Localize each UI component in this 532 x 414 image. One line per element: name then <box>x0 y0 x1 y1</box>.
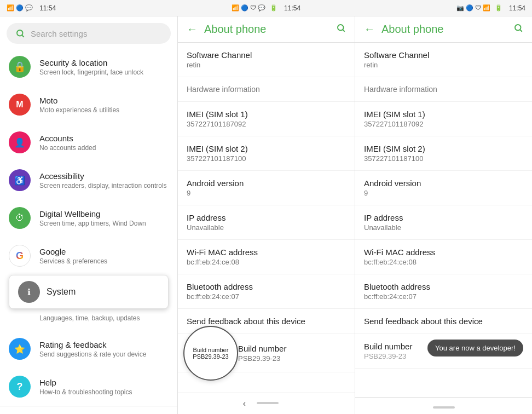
digital-icon: ⏱ <box>9 207 31 229</box>
developer-toast: You are now a developer! <box>427 340 523 357</box>
moto-icon: M <box>9 94 31 116</box>
about-panel-2: ← About phone Software Channel retin Har… <box>355 16 532 414</box>
status-right: 📷 🔵 🛡 📶 🔋 11:54 <box>352 4 525 12</box>
about-item-software-channel[interactable]: Software Channel retin <box>178 43 355 77</box>
status-battery-2: 🔋 <box>495 4 502 12</box>
ip-value-2: Unavailable <box>364 223 523 232</box>
search-button-2[interactable] <box>513 23 523 36</box>
back-button-1[interactable]: ← <box>187 23 198 36</box>
accessibility-subtitle: Screen readers, display, interaction con… <box>39 182 167 189</box>
security-icon: 🔒 <box>9 56 31 78</box>
about-item-imei1[interactable]: IMEI (SIM slot 1) 357227101187092 <box>178 102 355 136</box>
build-circle-value: PSB29.39-23 <box>193 353 228 360</box>
software-channel-title-2: Software Channel <box>364 50 523 60</box>
imei1-title: IMEI (SIM slot 1) <box>187 110 346 119</box>
android-version-title: Android version <box>187 179 346 188</box>
about-back-nav-1[interactable]: ‹ <box>243 399 246 409</box>
about-item-imei1-2[interactable]: IMEI (SIM slot 1) 357227101187092 <box>355 102 532 136</box>
digital-subtitle: Screen time, app timers, Wind Down <box>39 220 146 227</box>
bottom-nav: ‹ <box>0 406 177 414</box>
about-item-imei2-2[interactable]: IMEI (SIM slot 2) 357227101187100 <box>355 136 532 171</box>
bluetooth-title: Bluetooth address <box>187 282 346 291</box>
imei2-value: 357227101187100 <box>187 154 346 163</box>
ip-title: IP address <box>187 213 346 222</box>
settings-item-google[interactable]: G Google Services & preferences <box>0 237 177 275</box>
svg-line-5 <box>520 30 522 31</box>
settings-item-rating[interactable]: ⭐ Rating & feedback Send suggestions & r… <box>0 330 177 368</box>
imei1-value-2: 357227101187092 <box>364 120 523 128</box>
accounts-icon: 👤 <box>9 131 31 153</box>
settings-item-digital[interactable]: ⏱ Digital Wellbeing Screen time, app tim… <box>0 199 177 237</box>
status-icon-2: 📶 🔵 🛡 💬 <box>232 4 265 12</box>
search-button-1[interactable] <box>336 23 346 36</box>
android-version-value-2: 9 <box>364 189 523 197</box>
moto-title: Moto <box>39 96 119 105</box>
svg-point-0 <box>17 30 23 36</box>
about-item-wifi[interactable]: Wi-Fi MAC address bc:ff:eb:24:ce:08 <box>178 240 355 274</box>
security-title: Security & location <box>39 58 143 67</box>
status-icon-1: 📶 🔵 💬 <box>7 4 33 12</box>
google-title: Google <box>39 247 107 256</box>
security-subtitle: Screen lock, fingerprint, face unlock <box>39 68 143 76</box>
imei1-title-2: IMEI (SIM slot 1) <box>364 110 523 119</box>
about-item-feedback-2[interactable]: Send feedback about this device <box>355 309 532 334</box>
about-item-build[interactable]: Build number PSB29.39-23 Build number PS… <box>178 334 355 372</box>
status-left: 📶 🔵 💬 11:54 <box>7 4 180 12</box>
status-time-1: 11:54 <box>39 4 56 12</box>
hardware-info-title: Hardware information <box>187 85 346 94</box>
about-header-1: ← About phone <box>178 16 355 43</box>
about-item-wifi-2[interactable]: Wi-Fi MAC address bc:ff:eb:24:ce:08 <box>355 240 532 274</box>
bluetooth-value-2: bc:ff:eb:24:ce:07 <box>364 292 523 301</box>
settings-panel: Search settings 🔒 Security & location Sc… <box>0 16 178 414</box>
main-layout: Search settings 🔒 Security & location Sc… <box>0 16 532 414</box>
rating-title: Rating & feedback <box>39 340 146 349</box>
back-button-2[interactable]: ← <box>364 23 375 36</box>
build-value: PSB29.39-23 <box>238 354 286 363</box>
settings-item-security[interactable]: 🔒 Security & location Screen lock, finge… <box>0 48 177 86</box>
about-item-hardware-info: Hardware information <box>178 77 355 102</box>
android-version-title-2: Android version <box>364 179 523 188</box>
software-channel-subtitle: retin <box>187 61 346 69</box>
about-item-imei2[interactable]: IMEI (SIM slot 2) 357227101187100 <box>178 136 355 171</box>
svg-line-3 <box>343 30 344 31</box>
help-icon: ? <box>9 376 31 398</box>
software-channel-title: Software Channel <box>187 50 346 60</box>
wifi-title-2: Wi-Fi MAC address <box>364 248 523 257</box>
bluetooth-value: bc:ff:eb:24:ce:07 <box>187 292 346 301</box>
accessibility-title: Accessibility <box>39 171 167 181</box>
about-item-build-2[interactable]: Build number PSB29.39-23 You are now a d… <box>355 334 532 369</box>
about-item-software-channel-2[interactable]: Software Channel retin <box>355 43 532 77</box>
about-item-bluetooth[interactable]: Bluetooth address bc:ff:eb:24:ce:07 <box>178 274 355 309</box>
settings-item-system[interactable]: Languages, time, backup, updates <box>0 309 177 330</box>
settings-item-moto[interactable]: M Moto Moto experiences & utilities <box>0 86 177 124</box>
digital-title: Digital Wellbeing <box>39 209 146 219</box>
status-icon-3: 📷 🔵 🛡 📶 <box>456 4 490 12</box>
about-item-ip-2[interactable]: IP address Unavailable <box>355 205 532 240</box>
svg-point-4 <box>515 25 521 31</box>
imei1-value: 357227101187092 <box>187 120 346 128</box>
imei2-title-2: IMEI (SIM slot 2) <box>364 144 523 153</box>
moto-subtitle: Moto experiences & utilities <box>39 106 119 114</box>
about-item-bluetooth-2[interactable]: Bluetooth address bc:ff:eb:24:ce:07 <box>355 274 532 309</box>
help-subtitle: How-to & troubleshooting topics <box>39 388 132 396</box>
system-subtitle: Languages, time, backup, updates <box>39 314 140 322</box>
search-input-placeholder: Search settings <box>31 29 87 38</box>
status-center: 📶 🔵 🛡 💬 🔋 11:54 <box>180 4 352 12</box>
software-channel-subtitle-2: retin <box>364 61 523 69</box>
wifi-title: Wi-Fi MAC address <box>187 248 346 257</box>
about-item-android-version-2[interactable]: Android version 9 <box>355 171 532 205</box>
about-item-android-version[interactable]: Android version 9 <box>178 171 355 205</box>
search-bar[interactable]: Search settings <box>7 23 171 44</box>
about-item-ip[interactable]: IP address Unavailable <box>178 205 355 240</box>
accounts-subtitle: No accounts added <box>39 144 96 152</box>
status-bar: 📶 🔵 💬 11:54 📶 🔵 🛡 💬 🔋 11:54 📷 🔵 🛡 📶 🔋 11… <box>0 0 532 16</box>
google-icon: G <box>9 245 31 267</box>
settings-item-accessibility[interactable]: ♿ Accessibility Screen readers, display,… <box>0 162 177 199</box>
imei2-title: IMEI (SIM slot 2) <box>187 144 346 153</box>
back-nav-icon[interactable]: ‹ <box>65 412 68 414</box>
about-bottom-nav-2 <box>355 397 532 414</box>
settings-item-accounts[interactable]: 👤 Accounts No accounts added <box>0 124 177 162</box>
wifi-value: bc:ff:eb:24:ce:08 <box>187 258 346 266</box>
feedback-title-2: Send feedback about this device <box>364 317 523 326</box>
settings-item-help[interactable]: ? Help How-to & troubleshooting topics <box>0 368 177 406</box>
